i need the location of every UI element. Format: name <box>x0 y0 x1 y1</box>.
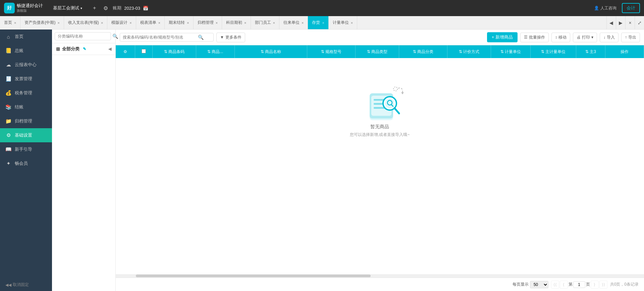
th-num3[interactable]: ⇅ 主3 <box>576 45 605 58</box>
batch-icon: ☰ <box>524 35 528 40</box>
th-barcode[interactable]: ⇅ 商品条码 <box>152 45 196 58</box>
sidebar-item-report[interactable]: ☁ 云报表中心 <box>0 58 52 72</box>
page-next-btn[interactable]: ⟩ <box>591 281 599 289</box>
guide-icon: 📖 <box>5 146 11 152</box>
toolbar-right: + 新增商品 ☰ 批量操作 ↕ 移动 🖨 打印 <box>487 32 640 42</box>
select-all-checkbox[interactable] <box>142 49 146 53</box>
tab-close-income[interactable]: × <box>101 21 103 25</box>
empty-illustration <box>360 78 400 118</box>
th-type[interactable]: ⇅ 商品类型 <box>356 45 399 58</box>
content-body: 🔍 ⊞ 全部分类 ✎ ◀ 🔍 ▼ <box>52 30 644 291</box>
settings-btn[interactable]: ⚙ <box>101 4 111 13</box>
th-category[interactable]: ⇅ 商品分类 <box>399 45 447 58</box>
print-icon: 🖨 <box>577 35 581 40</box>
tab-close-template[interactable]: × <box>129 21 131 25</box>
tab-unit[interactable]: 计量单位 × <box>329 16 357 29</box>
tab-balance[interactable]: 资产负债表(中期) × <box>20 16 64 29</box>
category-edit-icon[interactable]: ✎ <box>83 47 86 51</box>
tab-close-partner[interactable]: × <box>302 21 304 25</box>
tab-close-all[interactable]: × <box>625 16 635 29</box>
tab-scroll-right[interactable]: ▶ <box>616 16 625 29</box>
archive-icon: 📁 <box>5 118 11 124</box>
tab-close-home[interactable]: × <box>14 21 16 25</box>
scroll-thumb[interactable] <box>136 275 371 277</box>
tab-partner[interactable]: 往来单位 × <box>279 16 308 29</box>
horizontal-scrollbar[interactable] <box>116 274 644 278</box>
sidebar-item-ledger[interactable]: 📒 总账 <box>0 44 52 58</box>
th-unit[interactable]: ⇅ 计量单位 <box>491 45 531 58</box>
tab-inventory[interactable]: 存货 × <box>308 16 328 29</box>
batch-label: 批量操作 <box>529 35 545 40</box>
search-input[interactable] <box>123 35 197 40</box>
all-category-row[interactable]: ⊞ 全部分类 ✎ ◀ <box>52 43 115 55</box>
tab-close-dept[interactable]: × <box>273 21 275 25</box>
sidebar-item-basic[interactable]: ⚙ 基础设置 <box>0 128 52 142</box>
th-settings[interactable]: ⚙ <box>116 45 135 58</box>
print-btn[interactable]: 🖨 打印 ▾ <box>573 33 597 42</box>
tab-archive[interactable]: 归档管理 × <box>194 16 222 29</box>
right-content: 🔍 ▼ 更多条件 + 新增商品 ☰ 批量操作 <box>116 30 644 291</box>
service-btn[interactable]: 👤 人工咨询 <box>591 4 619 12</box>
collapse-panel-btn[interactable]: ◀ <box>108 47 111 51</box>
tab-expand[interactable]: ⤢ <box>635 16 644 29</box>
tab-close-balance[interactable]: × <box>57 21 59 25</box>
sidebar-item-archive[interactable]: 📁 归档管理 <box>0 114 52 128</box>
tab-subject[interactable]: 科目期初 × <box>222 16 251 29</box>
report-icon: ☁ <box>5 62 11 68</box>
th-name[interactable]: ⇅ 商品名称 <box>234 45 307 58</box>
tab-close-unit[interactable]: × <box>351 21 353 25</box>
cancel-fixed-btn[interactable]: ◀◀ 取消固定 <box>0 279 52 291</box>
add-tab-btn[interactable]: + <box>90 4 99 12</box>
tab-template[interactable]: 模版设计 × <box>107 16 136 29</box>
th-main-unit[interactable]: ⇅ 主计量单位 <box>531 45 576 58</box>
app-edition: 旗舰版 <box>17 8 43 13</box>
sidebar-item-tax[interactable]: 💰 税务管理 <box>0 86 52 100</box>
new-product-label: + 新增商品 <box>492 34 513 40</box>
tab-home[interactable]: 首页 × <box>0 16 20 29</box>
page-first-btn[interactable]: ⟨⟨ <box>551 281 559 289</box>
sort-code-icon: ⇅ <box>207 49 211 54</box>
tab-period-end[interactable]: 期末结转 × <box>165 16 193 29</box>
import-label: 导入 <box>607 35 615 40</box>
basic-settings-icon: ⚙ <box>5 132 11 138</box>
new-product-btn[interactable]: + 新增商品 <box>487 32 518 42</box>
tab-close-period-end[interactable]: × <box>187 21 189 25</box>
main-layout: ⌂ 首页 📒 总账 ☁ 云报表中心 🧾 发票管理 💰 税务管理 📚 结账 📁 归… <box>0 30 644 291</box>
tab-dept[interactable]: 部门员工 × <box>251 16 279 29</box>
batch-ops-btn[interactable]: ☰ 批量操作 <box>520 33 549 42</box>
tab-scroll-left[interactable]: ◀ <box>606 16 616 29</box>
th-code[interactable]: ⇅ 商品... <box>196 45 234 58</box>
calendar-icon[interactable]: 📅 <box>143 6 148 11</box>
sidebar-item-guide[interactable]: 📖 新手引导 <box>0 142 52 156</box>
per-page-select[interactable]: 50 10 20 100 <box>530 281 548 288</box>
tab-nav-btns: ◀ ▶ × ⤢ <box>606 16 644 29</box>
company-selector[interactable]: 基层工会测试 ▾ <box>50 4 85 12</box>
tab-close-subject[interactable]: × <box>244 21 246 25</box>
th-pricing[interactable]: ⇅ 计价方式 <box>447 45 491 58</box>
page-last-btn[interactable]: ⟩⟩ <box>599 281 607 289</box>
page-number-input[interactable] <box>573 281 585 288</box>
tab-close-taxclear[interactable]: × <box>158 21 160 25</box>
page-prev-btn[interactable]: ⟨ <box>560 281 568 289</box>
move-btn[interactable]: ↕ 移动 <box>551 33 570 42</box>
sidebar-label-invoice: 发票管理 <box>15 76 32 82</box>
tab-close-archive[interactable]: × <box>216 21 218 25</box>
more-filter-btn[interactable]: ▼ 更多条件 <box>216 33 245 42</box>
page-suffix: 页 <box>586 282 590 287</box>
th-check[interactable] <box>135 45 153 58</box>
tab-taxclear[interactable]: 税表清单 × <box>136 16 165 29</box>
tab-close-inventory[interactable]: × <box>322 21 324 25</box>
export-btn[interactable]: ↑ 导出 <box>621 33 640 42</box>
category-search-input[interactable] <box>55 32 111 40</box>
sidebar-label-close: 结账 <box>15 104 23 110</box>
period-value: 2023-03 <box>124 6 140 11</box>
import-btn[interactable]: ↓ 导入 <box>600 33 619 42</box>
tab-income[interactable]: 收入支出表(年报) × <box>64 16 107 29</box>
sidebar-item-close[interactable]: 📚 结账 <box>0 100 52 114</box>
search-icon-btn[interactable]: 🔍 <box>198 35 204 40</box>
sidebar-item-home[interactable]: ⌂ 首页 <box>0 30 52 44</box>
sidebar-item-member[interactable]: ✦ 畅会员 <box>0 156 52 171</box>
th-spec[interactable]: ⇅ 规格型号 <box>307 45 356 58</box>
kuaiji-btn[interactable]: 会计 <box>622 3 640 13</box>
sidebar-item-invoice[interactable]: 🧾 发票管理 <box>0 72 52 86</box>
